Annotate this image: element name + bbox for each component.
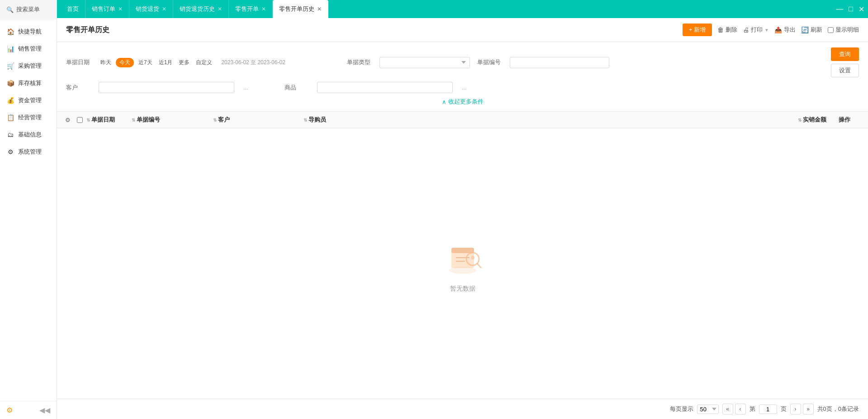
sales-icon: 📊	[6, 45, 14, 53]
tab-close-icon[interactable]: ✕	[162, 6, 166, 12]
col-customer: ⇅ 客户	[213, 116, 304, 124]
tab-sales-return-history-label: 销货退货历史	[180, 5, 215, 13]
per-page-select[interactable]: 50 100 200	[697, 405, 719, 414]
page-title: 零售开单历史	[66, 25, 109, 35]
number-filter-label: 单据编号	[477, 58, 503, 66]
goods-filter-input[interactable]	[317, 82, 453, 93]
sidebar-item-base-info[interactable]: 🗂 基础信息	[0, 126, 57, 143]
print-icon: 🖨	[743, 26, 749, 33]
sidebar-item-sys-mgmt[interactable]: ⚙ 系统管理	[0, 143, 57, 160]
tab-sales-order-label: 销售订单	[92, 5, 115, 13]
collapse-icon[interactable]: ◀◀	[39, 406, 50, 414]
export-label: 导出	[784, 26, 796, 34]
sort-icon[interactable]: ⇅	[798, 118, 802, 122]
number-filter-input[interactable]	[510, 57, 609, 68]
refresh-icon: 🔄	[801, 26, 809, 33]
content-area: 零售开单历史 + 新增 🗑 删除 🖨 打印 ▼ 📤 导出 🔄	[57, 18, 868, 419]
delete-icon: 🗑	[717, 26, 724, 33]
sidebar-item-finance[interactable]: 💰 资金管理	[0, 92, 57, 109]
settings-button[interactable]: 设置	[831, 64, 859, 77]
refresh-button[interactable]: 🔄 刷新	[801, 26, 822, 34]
sidebar-item-quick-nav[interactable]: 🏠 快捷导航	[0, 23, 57, 40]
customer-filter-label: 客户	[66, 84, 91, 92]
date-btn-more[interactable]: 更多	[177, 58, 191, 67]
col-date: ⇅ 单据日期	[86, 116, 132, 124]
sidebar-item-inventory[interactable]: 📦 库存核算	[0, 75, 57, 92]
add-button[interactable]: + 新增	[683, 24, 712, 36]
sidebar-item-purchase-mgmt[interactable]: 🛒 采购管理	[0, 57, 57, 75]
table-body-empty: 暂无数据	[57, 128, 868, 399]
tab-sales-order[interactable]: 销售订单 ✕	[85, 0, 129, 18]
tab-sales-return-history[interactable]: 销货退货历史 ✕	[173, 0, 229, 18]
sidebar-item-sales-mgmt[interactable]: 📊 销售管理	[0, 40, 57, 57]
query-button[interactable]: 查询	[831, 47, 859, 61]
toolbar: + 新增 🗑 删除 🖨 打印 ▼ 📤 导出 🔄 刷新	[683, 24, 859, 36]
sidebar-item-ops-mgmt[interactable]: 📋 经营管理	[0, 109, 57, 126]
date-buttons: 昨天 今天 近7天 近1月 更多 自定义	[99, 58, 214, 67]
last-page-button[interactable]: »	[803, 404, 814, 414]
print-dropdown-icon: ▼	[764, 28, 769, 33]
display-detail-checkbox[interactable]: 显示明细	[828, 26, 859, 34]
display-detail-input[interactable]	[828, 27, 834, 33]
sort-icon[interactable]: ⇅	[304, 118, 307, 122]
customer-filter-input[interactable]	[99, 82, 234, 93]
sort-icon[interactable]: ⇅	[86, 118, 90, 122]
inventory-icon: 📦	[6, 79, 14, 87]
sidebar-item-label: 基础信息	[18, 131, 42, 139]
date-btn-today[interactable]: 今天	[116, 58, 134, 67]
close-button[interactable]: ✕	[859, 5, 864, 14]
sort-icon[interactable]: ⇅	[132, 118, 135, 122]
print-button[interactable]: 🖨 打印 ▼	[743, 26, 769, 34]
page-number-input[interactable]	[759, 405, 777, 414]
sidebar-item-label: 库存核算	[18, 79, 42, 87]
finance-icon: 💰	[6, 96, 14, 104]
settings-icon[interactable]: ⚙	[6, 406, 13, 414]
tab-retail-open-label: 零售开单	[235, 5, 259, 13]
tab-close-icon[interactable]: ✕	[261, 6, 266, 12]
ops-icon: 📋	[6, 113, 14, 122]
maximize-button[interactable]: □	[849, 5, 853, 13]
tab-close-icon[interactable]: ✕	[118, 6, 123, 12]
tab-close-icon[interactable]: ✕	[218, 6, 222, 12]
sidebar-item-label: 经营管理	[18, 113, 42, 122]
date-btn-7days[interactable]: 近7天	[137, 58, 154, 67]
tab-retail-open-history-label: 零售开单历史	[279, 5, 314, 13]
pagination: 每页显示 50 100 200 « ‹ 第 页 › » 共0页，0条记录	[57, 399, 868, 419]
page-label: 第	[749, 405, 755, 413]
goods-filter-label: 商品	[285, 84, 310, 92]
date-btn-1month[interactable]: 近1月	[157, 58, 175, 67]
filter-area: 单据日期 昨天 今天 近7天 近1月 更多 自定义 2023-06-02 至 2…	[57, 42, 868, 112]
date-range-display: 2023-06-02 至 2023-06-02	[221, 59, 285, 66]
sidebar-search[interactable]: 🔍 搜索菜单	[0, 0, 57, 19]
tab-home[interactable]: 首页	[61, 0, 85, 18]
minimize-button[interactable]: —	[836, 5, 843, 13]
next-page-button[interactable]: ›	[790, 404, 801, 414]
svg-line-6	[477, 264, 481, 268]
type-filter-select[interactable]	[379, 57, 470, 68]
prev-page-button[interactable]: ‹	[735, 404, 746, 414]
collapse-more-label: 收起更多条件	[448, 98, 484, 106]
first-page-button[interactable]: «	[722, 404, 733, 414]
date-btn-yesterday[interactable]: 昨天	[99, 58, 113, 67]
col-amount: ⇅ 实销金额	[781, 116, 826, 124]
tab-sales-return[interactable]: 销货退货 ✕	[129, 0, 173, 18]
table-select-all-checkbox[interactable]	[77, 117, 83, 123]
print-label: 打印	[751, 26, 763, 34]
collapse-more-btn[interactable]: ∧ 收起更多条件	[66, 98, 859, 106]
delete-button[interactable]: 🗑 删除	[717, 26, 737, 34]
sort-icon[interactable]: ⇅	[213, 118, 217, 122]
type-filter-label: 单据类型	[347, 58, 372, 66]
sidebar-footer: ⚙ ◀◀	[0, 401, 57, 419]
window-controls: — □ ✕	[836, 5, 864, 14]
export-button[interactable]: 📤 导出	[774, 26, 796, 34]
table-config-button[interactable]: ⚙	[62, 114, 73, 125]
date-btn-custom[interactable]: 自定义	[194, 58, 214, 67]
per-page-label: 每页显示	[670, 405, 693, 413]
base-icon: 🗂	[6, 131, 14, 139]
page-header: 零售开单历史 + 新增 🗑 删除 🖨 打印 ▼ 📤 导出 🔄	[57, 18, 868, 42]
query-settings-buttons: 查询 设置	[831, 47, 859, 77]
tab-retail-open[interactable]: 零售开单 ✕	[229, 0, 273, 18]
home-icon: 🏠	[6, 28, 14, 36]
tab-retail-open-history[interactable]: 零售开单历史 ✕	[273, 0, 328, 18]
tab-close-icon[interactable]: ✕	[317, 6, 322, 12]
